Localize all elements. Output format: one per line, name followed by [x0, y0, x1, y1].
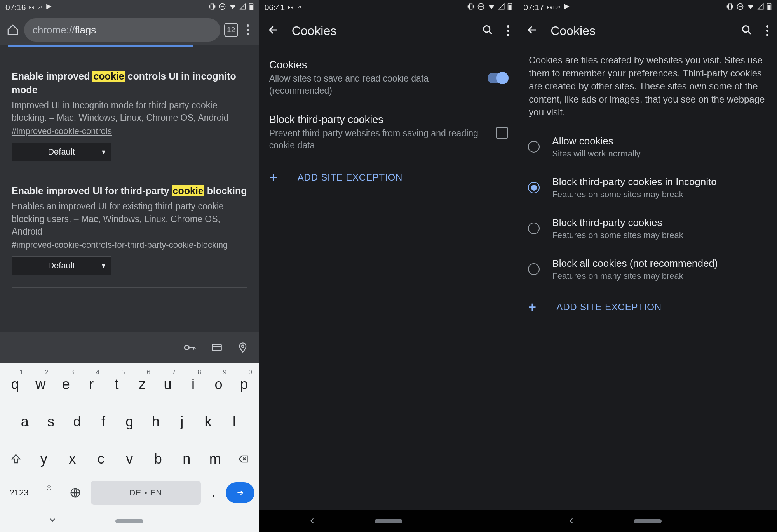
key-g[interactable]: g	[117, 405, 142, 439]
radio-subtitle: Features on some sites may break	[552, 230, 767, 240]
flag-hash-link[interactable]: #improved-cookie-controls-for-third-part…	[12, 240, 228, 250]
battery-icon	[507, 3, 512, 12]
nav-bar	[259, 510, 518, 532]
setting-block-third-party[interactable]: Block third-party cookies Prevent third-…	[269, 105, 508, 160]
nav-pill[interactable]	[634, 519, 662, 523]
key-l[interactable]: l	[222, 405, 246, 439]
nav-hide-keyboard[interactable]	[48, 515, 57, 527]
key-a[interactable]: a	[12, 405, 37, 439]
url-bar[interactable]: chrome://flags	[24, 18, 220, 42]
flag-title: Enable improved UI for third-party cooki…	[12, 184, 247, 198]
key-n[interactable]: n	[173, 442, 200, 476]
key-icon[interactable]	[183, 341, 196, 354]
radio-unchecked[interactable]	[528, 141, 540, 153]
radio-unchecked[interactable]	[528, 263, 540, 275]
flag-title: Enable improved cookie controls UI in in…	[12, 70, 247, 97]
tabs-button[interactable]: 12	[224, 23, 238, 37]
key-c[interactable]: c	[87, 442, 115, 476]
flags-list: Enable improved cookie controls UI in in…	[0, 47, 259, 288]
radio-option[interactable]: Block all cookies (not recommended)Featu…	[528, 249, 767, 290]
key-d[interactable]: d	[65, 405, 89, 439]
nav-back[interactable]	[568, 515, 575, 527]
key-y[interactable]: y	[30, 442, 57, 476]
key-h[interactable]: h	[143, 405, 168, 439]
period-key[interactable]: .	[206, 486, 221, 499]
location-icon[interactable]	[237, 341, 248, 354]
symbols-key[interactable]: ?123	[5, 488, 33, 498]
key-j[interactable]: j	[169, 405, 194, 439]
flag-dropdown[interactable]: Default	[12, 256, 111, 275]
checkbox-unchecked[interactable]	[496, 127, 508, 139]
setting-cookies-toggle[interactable]: Cookies Allow sites to save and read coo…	[269, 50, 508, 105]
language-key[interactable]	[64, 487, 86, 499]
setting-title: Block third-party cookies	[269, 114, 489, 126]
svg-point-6	[242, 345, 244, 348]
browser-toolbar: chrome://flags 12	[0, 15, 259, 45]
vibrate-icon	[467, 3, 475, 12]
key-k[interactable]: k	[196, 405, 220, 439]
nav-pill[interactable]	[375, 519, 402, 523]
add-site-exception[interactable]: + ADD SITE EXCEPTION	[528, 290, 767, 325]
play-icon	[45, 3, 52, 12]
radio-unchecked[interactable]	[528, 223, 540, 234]
key-m[interactable]: m	[202, 442, 229, 476]
search-icon[interactable]	[482, 24, 493, 37]
nav-pill[interactable]	[115, 519, 143, 523]
screen-cookies-radio: 07:17 FRITZ! Cookies Cookies are files c…	[518, 0, 777, 532]
clock: 07:17	[523, 3, 544, 12]
flag-item: Enable improved UI for third-party cooki…	[12, 184, 247, 275]
enter-key[interactable]	[226, 482, 254, 503]
screen-chrome-flags: 07:16 FRITZ! chrome://flags 12	[0, 0, 259, 532]
shift-key[interactable]	[2, 442, 30, 476]
key-o[interactable]: 9o	[207, 367, 230, 402]
back-button[interactable]	[526, 24, 538, 37]
card-icon[interactable]	[210, 342, 223, 353]
key-u[interactable]: 7u	[156, 367, 179, 402]
key-e[interactable]: 3e	[54, 367, 78, 402]
nav-bar	[518, 510, 777, 532]
key-i[interactable]: 8i	[181, 367, 205, 402]
key-q[interactable]: 1q	[3, 367, 27, 402]
flag-item: Enable improved cookie controls UI in in…	[12, 70, 247, 161]
back-button[interactable]	[268, 24, 279, 37]
flag-hash-link[interactable]: #improved-cookie-controls	[12, 126, 112, 136]
radio-checked[interactable]	[528, 182, 540, 193]
play-icon	[563, 3, 570, 12]
radio-option[interactable]: Block third-party cookiesFeatures on som…	[528, 208, 767, 249]
switch-on[interactable]	[488, 73, 508, 83]
nav-bar	[0, 510, 259, 532]
key-p[interactable]: 0p	[232, 367, 256, 402]
radio-option[interactable]: Allow cookiesSites will work normally	[528, 127, 767, 167]
flag-dropdown[interactable]: Default	[12, 143, 111, 161]
more-menu-button[interactable]	[507, 25, 509, 36]
search-icon[interactable]	[741, 24, 752, 37]
space-key[interactable]: DE • EN	[91, 481, 201, 505]
status-bar: 06:41 FRITZ!	[259, 0, 518, 15]
vibrate-icon	[208, 3, 216, 12]
battery-icon	[767, 3, 772, 12]
nav-back[interactable]	[308, 515, 316, 527]
more-menu-button[interactable]	[766, 25, 768, 36]
key-t[interactable]: 5t	[105, 367, 129, 402]
key-f[interactable]: f	[91, 405, 115, 439]
home-button[interactable]	[5, 23, 20, 37]
more-menu-button[interactable]	[242, 24, 254, 35]
key-x[interactable]: x	[59, 442, 86, 476]
add-site-exception[interactable]: + ADD SITE EXCEPTION	[269, 160, 508, 195]
radio-option[interactable]: Block third-party cookies in IncognitoFe…	[528, 167, 767, 208]
key-b[interactable]: b	[145, 442, 172, 476]
vibrate-icon	[726, 3, 734, 12]
emoji-key[interactable]: ☺,	[38, 483, 60, 502]
svg-rect-3	[249, 5, 253, 10]
wifi-icon	[746, 3, 755, 12]
key-w[interactable]: 2w	[28, 367, 52, 402]
dnd-icon	[736, 3, 744, 12]
setting-subtitle: Prevent third-party websites from saving…	[269, 127, 489, 151]
dnd-icon	[218, 3, 226, 12]
key-v[interactable]: v	[116, 442, 143, 476]
flag-description: Improved UI in Incognito mode for third-…	[12, 99, 247, 124]
backspace-key[interactable]	[230, 442, 257, 476]
key-s[interactable]: s	[38, 405, 63, 439]
key-z[interactable]: 6z	[130, 367, 154, 402]
key-r[interactable]: 4r	[79, 367, 103, 402]
